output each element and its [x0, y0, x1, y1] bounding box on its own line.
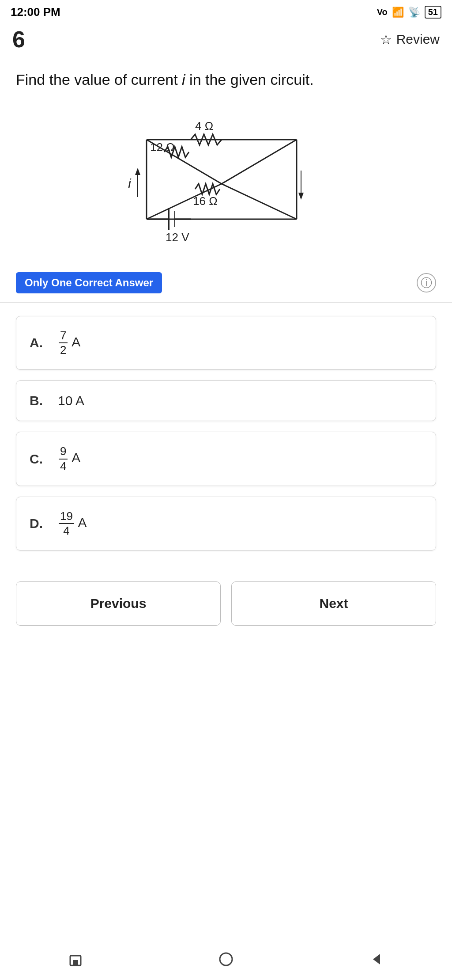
next-button[interactable]: Next: [231, 581, 436, 626]
option-b[interactable]: B. 10 A: [16, 380, 436, 421]
option-c[interactable]: C. 9 4 A: [16, 432, 436, 486]
svg-marker-20: [298, 193, 304, 200]
star-icon: ☆: [380, 32, 392, 47]
review-label: Review: [396, 32, 440, 47]
question-number: 6: [12, 26, 25, 53]
info-icon[interactable]: ⓘ: [417, 273, 436, 292]
battery-icon: 51: [425, 6, 441, 19]
option-b-content: 10 A: [58, 393, 84, 408]
svg-text:12 V: 12 V: [166, 231, 189, 244]
option-c-fraction: 9 4: [59, 444, 68, 473]
previous-button[interactable]: Previous: [16, 581, 221, 626]
question-section: Find the value of current i in the given…: [0, 60, 452, 95]
option-b-label: B.: [30, 393, 47, 408]
bottom-bar: [0, 940, 452, 980]
divider-1: [0, 302, 452, 303]
option-d[interactable]: D. 19 4 A: [16, 497, 436, 551]
options-section: A. 7 2 A B. 10 A C. 9 4 A D. 19 4: [0, 307, 452, 559]
circuit-svg: 4 Ω 12 Ω 16 Ω 12 V i: [102, 104, 350, 254]
vo-icon: Vo: [377, 7, 388, 17]
svg-marker-18: [135, 168, 140, 175]
top-nav: 6 ☆ Review: [0, 23, 452, 60]
question-text: Find the value of current i in the given…: [16, 68, 436, 91]
option-c-content: 9 4 A: [58, 444, 80, 473]
option-c-label: C.: [30, 452, 47, 467]
option-a-content: 7 2 A: [58, 329, 80, 357]
svg-line-7: [222, 184, 297, 219]
status-bar: 12:00 PM Vo 📶 📡 51: [0, 0, 452, 23]
option-d-fraction: 19 4: [59, 509, 74, 538]
svg-text:i: i: [128, 176, 132, 191]
wifi-icon: 📡: [408, 7, 420, 18]
home-icon[interactable]: [64, 948, 87, 970]
svg-rect-22: [73, 960, 78, 965]
answer-type-badge: Only One Correct Answer: [16, 272, 162, 293]
nav-buttons: Previous Next: [0, 568, 452, 639]
svg-text:16 Ω: 16 Ω: [193, 194, 218, 208]
option-a-label: A.: [30, 335, 47, 350]
answer-type-section: Only One Correct Answer ⓘ: [0, 268, 452, 298]
signal-icon: 📶: [392, 7, 404, 18]
option-a[interactable]: A. 7 2 A: [16, 316, 436, 370]
circle-icon[interactable]: [215, 948, 237, 970]
status-icons: Vo 📶 📡 51: [377, 6, 441, 19]
svg-text:4 Ω: 4 Ω: [195, 119, 213, 133]
option-a-fraction: 7 2: [59, 329, 68, 357]
circuit-diagram: 4 Ω 12 Ω 16 Ω 12 V i: [0, 95, 452, 268]
option-d-label: D.: [30, 516, 47, 531]
svg-point-23: [220, 953, 232, 965]
svg-marker-24: [373, 954, 380, 965]
review-button[interactable]: ☆ Review: [380, 32, 440, 47]
status-time: 12:00 PM: [11, 5, 60, 19]
svg-line-5: [222, 140, 297, 184]
option-d-content: 19 4 A: [58, 509, 87, 538]
svg-text:12 Ω: 12 Ω: [150, 141, 175, 154]
back-icon[interactable]: [365, 948, 388, 970]
